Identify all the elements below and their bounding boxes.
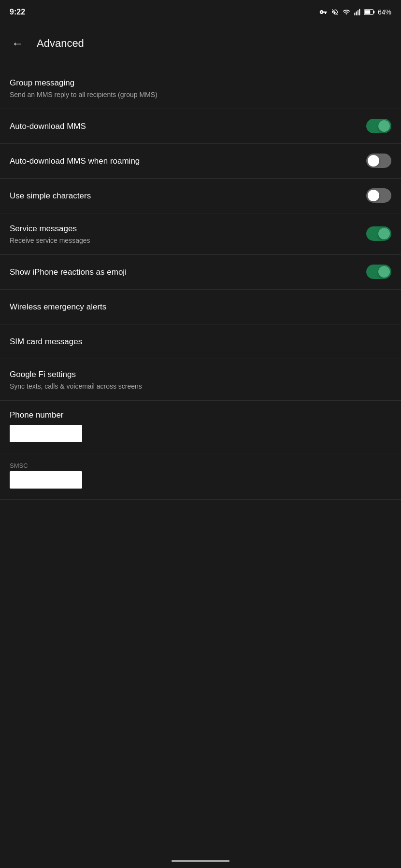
setting-text-iphone-reactions: Show iPhone reactions as emoji (10, 266, 366, 278)
svg-rect-3 (359, 9, 360, 15)
setting-subtitle-service-messages: Receive service messages (10, 236, 357, 245)
wifi-icon (342, 8, 351, 16)
setting-title-simple-characters: Use simple characters (10, 190, 357, 202)
setting-subtitle-group-messaging: Send an MMS reply to all recipients (gro… (10, 90, 382, 99)
header: ← Advanced (0, 24, 401, 63)
svg-rect-2 (358, 10, 358, 15)
setting-title-phone-number: Phone number (10, 409, 64, 421)
status-time: 9:22 (10, 8, 25, 16)
battery-icon (364, 9, 375, 15)
setting-text-service-messages: Service messages Receive service message… (10, 223, 366, 245)
svg-rect-6 (365, 10, 370, 14)
toggle-service-messages[interactable] (366, 226, 391, 241)
home-indicator (172, 860, 229, 862)
setting-item-service-messages[interactable]: Service messages Receive service message… (0, 213, 401, 255)
setting-item-iphone-reactions[interactable]: Show iPhone reactions as emoji (0, 255, 401, 290)
setting-item-wireless-emergency[interactable]: Wireless emergency alerts (0, 290, 401, 324)
setting-title-service-messages: Service messages (10, 223, 357, 235)
setting-text-group-messaging: Group messaging Send an MMS reply to all… (10, 77, 391, 99)
smsc-label: SMSC (10, 462, 28, 469)
svg-rect-1 (356, 12, 357, 15)
setting-title-group-messaging: Group messaging (10, 77, 382, 89)
setting-title-auto-download-mms: Auto-download MMS (10, 121, 357, 132)
mute-icon (330, 8, 339, 16)
setting-item-simple-characters[interactable]: Use simple characters (0, 179, 401, 213)
setting-title-wireless-emergency: Wireless emergency alerts (10, 301, 382, 313)
page-title: Advanced (37, 37, 84, 50)
phone-number-input[interactable] (10, 425, 82, 442)
setting-text-google-fi: Google Fi settings Sync texts, calls & v… (10, 369, 391, 391)
setting-item-google-fi[interactable]: Google Fi settings Sync texts, calls & v… (0, 359, 401, 401)
settings-list: Group messaging Send an MMS reply to all… (0, 68, 401, 500)
setting-text-simple-characters: Use simple characters (10, 190, 366, 202)
setting-item-phone-number[interactable]: Phone number (0, 401, 401, 453)
back-button[interactable]: ← (8, 34, 27, 53)
setting-item-auto-download-roaming[interactable]: Auto-download MMS when roaming (0, 144, 401, 179)
setting-item-smsc[interactable]: SMSC (0, 453, 401, 500)
toggle-simple-characters[interactable] (366, 188, 391, 203)
back-arrow-icon: ← (12, 37, 23, 50)
svg-rect-0 (354, 13, 355, 15)
setting-text-auto-download-roaming: Auto-download MMS when roaming (10, 155, 366, 167)
setting-text-auto-download-mms: Auto-download MMS (10, 121, 366, 132)
setting-text-wireless-emergency: Wireless emergency alerts (10, 301, 391, 313)
toggle-iphone-reactions[interactable] (366, 265, 391, 279)
setting-text-sim-card-messages: SIM card messages (10, 336, 391, 348)
svg-rect-5 (373, 11, 374, 13)
battery-percent: 64% (378, 8, 391, 16)
status-icons: 64% (319, 8, 391, 16)
toggle-auto-download-roaming[interactable] (366, 154, 391, 168)
toggle-auto-download-mms[interactable] (366, 119, 391, 133)
key-icon (319, 8, 328, 16)
setting-title-iphone-reactions: Show iPhone reactions as emoji (10, 266, 357, 278)
status-bar: 9:22 64% (0, 0, 401, 24)
setting-item-group-messaging[interactable]: Group messaging Send an MMS reply to all… (0, 68, 401, 109)
setting-title-sim-card-messages: SIM card messages (10, 336, 382, 348)
setting-item-sim-card-messages[interactable]: SIM card messages (0, 324, 401, 359)
setting-title-google-fi: Google Fi settings (10, 369, 382, 380)
smsc-input[interactable] (10, 471, 82, 489)
setting-subtitle-google-fi: Sync texts, calls & voicemail across scr… (10, 382, 382, 391)
setting-item-auto-download-mms[interactable]: Auto-download MMS (0, 109, 401, 144)
signal-icon (354, 8, 361, 16)
setting-title-auto-download-roaming: Auto-download MMS when roaming (10, 155, 357, 167)
